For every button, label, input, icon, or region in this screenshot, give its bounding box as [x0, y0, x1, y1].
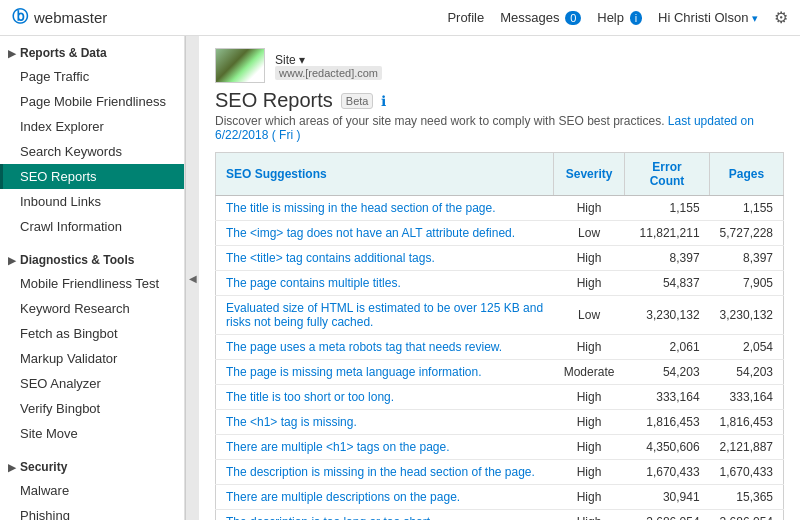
pages-cell: 54,203: [710, 360, 784, 385]
error-count-cell: 3,686,054: [624, 510, 709, 521]
pages-cell: 1,816,453: [710, 410, 784, 435]
table-row: There are multiple <h1> tags on the page…: [216, 435, 784, 460]
table-row: The title is missing in the head section…: [216, 196, 784, 221]
suggestion-cell: The page uses a meta robots tag that nee…: [216, 335, 554, 360]
brand-label: webmaster: [34, 9, 107, 26]
table-row: The page is missing meta language inform…: [216, 360, 784, 385]
table-row: The page uses a meta robots tag that nee…: [216, 335, 784, 360]
sidebar-item-phishing[interactable]: Phishing: [0, 503, 184, 520]
sidebar-item-inbound-links[interactable]: Inbound Links: [0, 189, 184, 214]
user-dropdown-arrow: ▾: [752, 12, 758, 24]
sidebar-toggle[interactable]: ◀: [185, 36, 199, 520]
site-dropdown[interactable]: Site ▾: [275, 53, 382, 67]
help-link[interactable]: Help i: [597, 10, 642, 25]
messages-link[interactable]: Messages 0: [500, 10, 581, 25]
page-title-row: SEO Reports Beta ℹ: [215, 89, 784, 112]
main-content: Site ▾ www.[redacted].com SEO Reports Be…: [199, 36, 800, 520]
table-row: Evaluated size of HTML is estimated to b…: [216, 296, 784, 335]
sidebar-section-header-1[interactable]: ▶ Diagnostics & Tools: [0, 247, 184, 271]
gear-icon[interactable]: ⚙: [774, 8, 788, 27]
suggestion-link[interactable]: There are multiple <h1> tags on the page…: [226, 440, 449, 454]
suggestion-link[interactable]: The description is too long or too short…: [226, 515, 433, 520]
col-header-error-count: Error Count: [624, 153, 709, 196]
error-count-cell: 8,397: [624, 246, 709, 271]
suggestion-link[interactable]: The <img> tag does not have an ALT attri…: [226, 226, 515, 240]
suggestion-link[interactable]: There are multiple descriptions on the p…: [226, 490, 460, 504]
sidebar-item-page-traffic[interactable]: Page Traffic: [0, 64, 184, 89]
sidebar-item-seo-analyzer[interactable]: SEO Analyzer: [0, 371, 184, 396]
sidebar-section-header-2[interactable]: ▶ Security: [0, 454, 184, 478]
severity-cell: High: [554, 435, 625, 460]
logo: ⓑ webmaster: [12, 7, 107, 28]
pages-cell: 2,054: [710, 335, 784, 360]
layout: ▶ Reports & DataPage TrafficPage Mobile …: [0, 36, 800, 520]
seo-table: SEO SuggestionsSeverityError CountPages …: [215, 152, 784, 520]
info-icon[interactable]: ℹ: [381, 93, 386, 109]
sidebar-section-0: ▶ Reports & DataPage TrafficPage Mobile …: [0, 36, 184, 243]
sidebar-item-page-mobile-friendliness[interactable]: Page Mobile Friendliness: [0, 89, 184, 114]
pages-cell: 3,230,132: [710, 296, 784, 335]
site-url: www.[redacted].com: [275, 67, 382, 79]
site-info: Site ▾ www.[redacted].com: [275, 53, 382, 79]
suggestion-cell: The page contains multiple titles.: [216, 271, 554, 296]
sidebar-item-fetch-as-bingbot[interactable]: Fetch as Bingbot: [0, 321, 184, 346]
sidebar-item-index-explorer[interactable]: Index Explorer: [0, 114, 184, 139]
sidebar-section-header-0[interactable]: ▶ Reports & Data: [0, 40, 184, 64]
suggestion-link[interactable]: The title is missing in the head section…: [226, 201, 496, 215]
severity-cell: High: [554, 510, 625, 521]
sidebar-item-markup-validator[interactable]: Markup Validator: [0, 346, 184, 371]
severity-cell: High: [554, 335, 625, 360]
sidebar-item-seo-reports[interactable]: SEO Reports: [0, 164, 184, 189]
sidebar-item-search-keywords[interactable]: Search Keywords: [0, 139, 184, 164]
messages-badge: 0: [565, 11, 581, 25]
profile-link[interactable]: Profile: [447, 10, 484, 25]
error-count-cell: 11,821,211: [624, 221, 709, 246]
site-header: Site ▾ www.[redacted].com: [215, 48, 784, 83]
user-greeting[interactable]: Hi Christi Olson ▾: [658, 10, 758, 25]
suggestion-link[interactable]: The page contains multiple titles.: [226, 276, 401, 290]
suggestion-cell: The description is missing in the head s…: [216, 460, 554, 485]
pages-cell: 333,164: [710, 385, 784, 410]
sidebar-item-site-move[interactable]: Site Move: [0, 421, 184, 446]
sidebar-section-1: ▶ Diagnostics & ToolsMobile Friendliness…: [0, 243, 184, 450]
pages-cell: 5,727,228: [710, 221, 784, 246]
severity-cell: High: [554, 460, 625, 485]
header-nav: Profile Messages 0 Help i Hi Christi Ols…: [447, 8, 788, 27]
suggestion-link[interactable]: The <h1> tag is missing.: [226, 415, 357, 429]
suggestion-cell: The <img> tag does not have an ALT attri…: [216, 221, 554, 246]
error-count-cell: 54,203: [624, 360, 709, 385]
beta-badge: Beta: [341, 93, 374, 109]
suggestion-link[interactable]: The page is missing meta language inform…: [226, 365, 481, 379]
suggestion-link[interactable]: The <title> tag contains additional tags…: [226, 251, 435, 265]
sidebar-item-keyword-research[interactable]: Keyword Research: [0, 296, 184, 321]
suggestion-cell: There are multiple <h1> tags on the page…: [216, 435, 554, 460]
col-header-pages: Pages: [710, 153, 784, 196]
severity-cell: Low: [554, 221, 625, 246]
sidebar-item-crawl-information[interactable]: Crawl Information: [0, 214, 184, 239]
sidebar-item-mobile-friendliness-test[interactable]: Mobile Friendliness Test: [0, 271, 184, 296]
suggestion-link[interactable]: The page uses a meta robots tag that nee…: [226, 340, 502, 354]
pages-cell: 7,905: [710, 271, 784, 296]
table-row: The description is too long or too short…: [216, 510, 784, 521]
sidebar-section-2: ▶ SecurityMalwarePhishing: [0, 450, 184, 520]
severity-cell: High: [554, 385, 625, 410]
table-row: The page contains multiple titles.High54…: [216, 271, 784, 296]
error-count-cell: 3,230,132: [624, 296, 709, 335]
suggestion-cell: The description is too long or too short…: [216, 510, 554, 521]
bing-icon: ⓑ: [12, 7, 28, 28]
help-badge: i: [630, 11, 642, 25]
sidebar: ▶ Reports & DataPage TrafficPage Mobile …: [0, 36, 185, 520]
suggestion-cell: The <title> tag contains additional tags…: [216, 246, 554, 271]
sidebar-item-malware[interactable]: Malware: [0, 478, 184, 503]
header: ⓑ webmaster Profile Messages 0 Help i Hi…: [0, 0, 800, 36]
suggestion-cell: The page is missing meta language inform…: [216, 360, 554, 385]
suggestion-link[interactable]: Evaluated size of HTML is estimated to b…: [226, 301, 543, 329]
error-count-cell: 1,155: [624, 196, 709, 221]
sidebar-item-verify-bingbot[interactable]: Verify Bingbot: [0, 396, 184, 421]
suggestion-link[interactable]: The title is too short or too long.: [226, 390, 394, 404]
severity-cell: High: [554, 485, 625, 510]
table-row: The title is too short or too long.High3…: [216, 385, 784, 410]
error-count-cell: 54,837: [624, 271, 709, 296]
severity-cell: High: [554, 410, 625, 435]
suggestion-link[interactable]: The description is missing in the head s…: [226, 465, 535, 479]
